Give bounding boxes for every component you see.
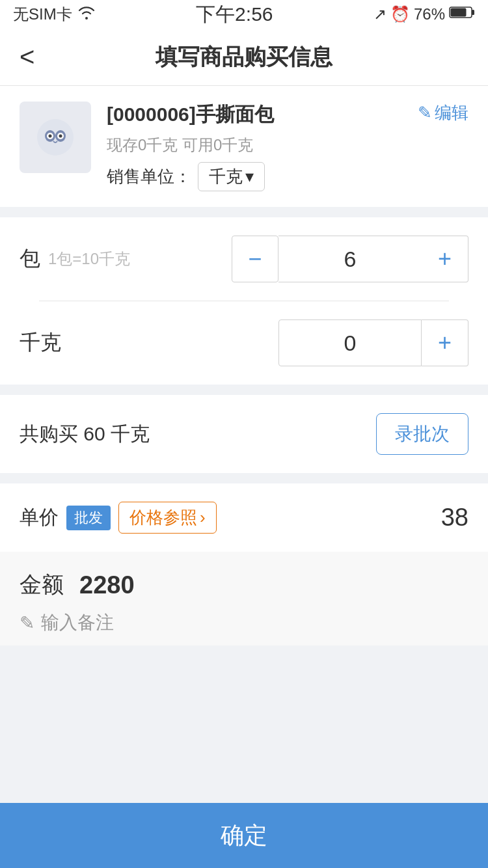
price-section: 单价 批发 价格参照 › 38 — [0, 483, 488, 552]
price-tag: 批发 — [66, 506, 111, 530]
unit-label: 销售单位： — [107, 165, 191, 188]
total-row: 共购买 60 千克 录批次 — [0, 395, 488, 473]
unit-value: 千克 — [209, 165, 243, 188]
status-time: 下午2:56 — [196, 1, 273, 28]
separator-3 — [0, 473, 488, 483]
price-ref-label: 价格参照 — [129, 506, 197, 529]
kg-stepper: + — [278, 319, 468, 366]
remark-row[interactable]: ✎ 输入备注 — [20, 610, 468, 635]
svg-rect-2 — [450, 8, 466, 17]
price-ref-button[interactable]: 价格参照 › — [118, 502, 217, 534]
bao-input-section: 包 1包=10千克 − + 千克 + — [0, 217, 488, 385]
record-batch-button[interactable]: 录批次 — [376, 413, 468, 455]
kg-plus-button[interactable]: + — [422, 319, 468, 366]
svg-rect-1 — [472, 10, 474, 15]
price-label-row: 单价 批发 价格参照 › — [20, 502, 217, 534]
battery-label: 76% — [414, 5, 445, 23]
remark-placeholder: 输入备注 — [41, 610, 114, 635]
total-quantity: 60 — [83, 423, 105, 444]
bao-label: 包 — [20, 245, 40, 273]
kg-label-group: 千克 — [20, 329, 61, 357]
minus-icon: − — [248, 245, 262, 273]
price-label: 单价 — [20, 504, 59, 531]
carrier-label: 无SIM卡 — [13, 4, 72, 25]
bao-label-group: 包 1包=10千克 — [20, 245, 130, 273]
confirm-button[interactable]: 确定 — [0, 803, 488, 868]
total-unit: 千克 — [111, 423, 150, 444]
product-unit-row: 销售单位： 千克 ▾ — [107, 162, 468, 191]
total-label: 共购买 60 千克 — [20, 421, 150, 448]
kg-input[interactable] — [278, 319, 422, 366]
kg-label: 千克 — [20, 329, 61, 357]
kg-input-row: 千克 + — [20, 301, 468, 385]
svg-point-9 — [59, 135, 62, 138]
product-card: [0000006]手撕面包 现存0千克 可用0千克 销售单位： 千克 ▾ ✎ 编… — [0, 86, 488, 207]
amount-value: 2280 — [79, 571, 135, 599]
confirm-label: 确定 — [221, 820, 267, 852]
price-ref-arrow-icon: › — [200, 508, 206, 528]
svg-point-8 — [49, 135, 52, 138]
record-batch-label: 录批次 — [395, 424, 450, 444]
location-icon: ↗ — [373, 5, 386, 23]
edit-button[interactable]: ✎ 编辑 — [418, 102, 468, 124]
status-right: ↗ ⏰ 76% — [373, 5, 475, 23]
amount-row: 金额 2280 — [20, 570, 468, 600]
separator-2 — [0, 385, 488, 395]
price-value: 38 — [441, 504, 468, 532]
battery-icon — [449, 5, 475, 23]
separator-1 — [0, 207, 488, 217]
back-button[interactable]: < — [20, 42, 34, 72]
total-prefix: 共购买 — [20, 423, 78, 444]
product-name: [0000006]手撕面包 — [107, 102, 468, 128]
bao-minus-button[interactable]: − — [232, 236, 278, 282]
amount-label: 金额 — [20, 570, 64, 600]
plus-icon: + — [438, 245, 452, 273]
svg-point-3 — [37, 119, 74, 156]
bao-input[interactable] — [278, 236, 422, 282]
kg-plus-icon: + — [438, 329, 452, 357]
alarm-icon: ⏰ — [390, 5, 410, 23]
bao-stepper: − + — [232, 236, 468, 282]
status-left: 无SIM卡 — [13, 4, 96, 25]
product-info: [0000006]手撕面包 现存0千克 可用0千克 销售单位： 千克 ▾ — [107, 102, 468, 191]
nav-bar: < 填写商品购买信息 — [0, 29, 488, 86]
status-bar: 无SIM卡 下午2:56 ↗ ⏰ 76% — [0, 0, 488, 29]
dropdown-arrow-icon: ▾ — [245, 167, 254, 187]
edit-label: 编辑 — [435, 102, 468, 124]
remark-icon: ✎ — [20, 612, 34, 634]
bao-plus-button[interactable]: + — [422, 236, 468, 282]
wifi-icon — [77, 5, 96, 23]
product-image — [20, 102, 91, 173]
edit-icon: ✎ — [418, 103, 432, 123]
page-title: 填写商品购买信息 — [156, 42, 332, 72]
amount-section: 金额 2280 ✎ 输入备注 — [0, 552, 488, 645]
product-stock: 现存0千克 可用0千克 — [107, 135, 468, 156]
bao-input-row: 包 1包=10千克 − + — [20, 217, 468, 301]
unit-dropdown[interactable]: 千克 ▾ — [198, 162, 265, 191]
bao-hint: 1包=10千克 — [48, 249, 130, 269]
